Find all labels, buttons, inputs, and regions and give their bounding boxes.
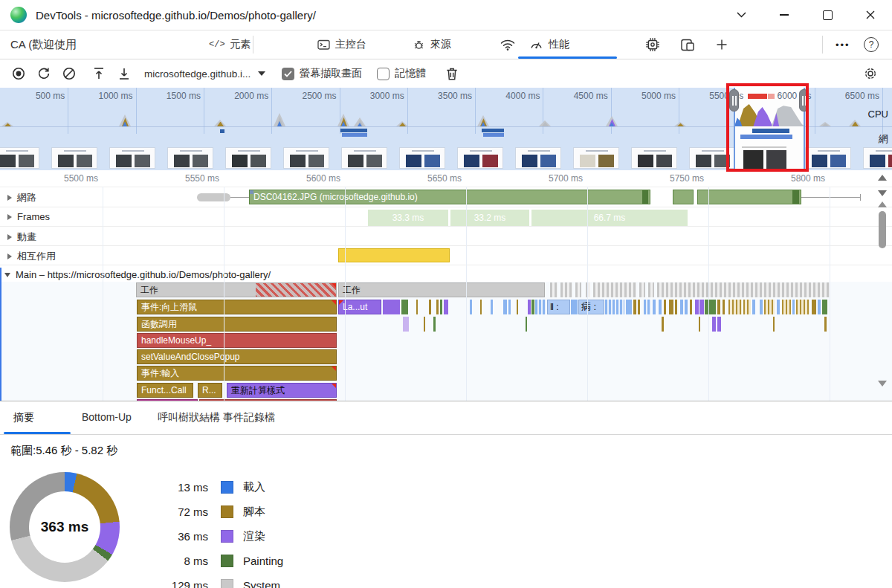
flame-segment[interactable]: [517, 300, 518, 314]
flame-segment[interactable]: [436, 300, 439, 314]
flame-segment[interactable]: [717, 317, 721, 332]
flame-bottom-red[interactable]: [199, 399, 337, 401]
flame-fragment-2[interactable]: 病 :: [578, 300, 604, 314]
flame-segment[interactable]: [664, 300, 666, 314]
flame-segment[interactable]: [560, 282, 572, 297]
scrollbar-down-arrow[interactable]: [878, 381, 887, 387]
flame-segment[interactable]: [550, 282, 558, 297]
flame-segment[interactable]: [586, 282, 590, 297]
tab-sources[interactable]: 來源: [413, 30, 451, 59]
flame-segment[interactable]: [444, 300, 448, 314]
filmstrip-frame[interactable]: [0, 147, 39, 169]
flame-segment[interactable]: [535, 300, 546, 314]
flame-segment[interactable]: [777, 300, 780, 314]
scrollbar-thumb[interactable]: [879, 211, 886, 248]
flame-segment[interactable]: [675, 300, 677, 314]
filmstrip-frame[interactable]: [51, 147, 97, 169]
flame-segment[interactable]: [433, 317, 436, 332]
flame-task[interactable]: 工作: [136, 282, 337, 297]
flame-segment[interactable]: [639, 282, 645, 297]
flame-segment[interactable]: [764, 300, 775, 314]
row-animation[interactable]: 動畫: [0, 230, 36, 244]
flame-segment[interactable]: [699, 300, 704, 314]
flame-segment[interactable]: [812, 300, 816, 314]
flame-segment[interactable]: [531, 300, 534, 314]
flame-segment[interactable]: [503, 300, 507, 314]
flame-segment[interactable]: [440, 300, 442, 314]
flame-segment[interactable]: [383, 300, 400, 314]
dock-chevron-button[interactable]: [720, 0, 763, 30]
machine-button[interactable]: [645, 30, 660, 59]
tab-console[interactable]: 主控台: [317, 30, 366, 59]
frame-bar[interactable]: 66.7 ms: [531, 210, 688, 226]
save-profile-button[interactable]: [112, 62, 137, 85]
flame-segment[interactable]: [752, 300, 755, 314]
tab-call-tree[interactable]: 呼叫樹狀結構: [158, 411, 220, 424]
flame-segment[interactable]: [429, 300, 431, 314]
load-profile-button[interactable]: [86, 62, 112, 85]
flame-segment[interactable]: [760, 300, 763, 314]
flame-segment[interactable]: [712, 317, 716, 332]
flame-segment[interactable]: [653, 300, 656, 314]
flame-segment[interactable]: [782, 300, 791, 314]
frame-bar[interactable]: 33.3 ms: [368, 210, 448, 226]
scrollbar-up-arrow[interactable]: [878, 201, 887, 207]
flame-r[interactable]: R...: [198, 383, 222, 398]
flame-segment[interactable]: [792, 300, 795, 314]
row-interaction[interactable]: 相互作用: [0, 250, 56, 263]
flame-segment[interactable]: [571, 300, 578, 314]
flame-segment[interactable]: [424, 317, 425, 332]
filmstrip-frame[interactable]: [805, 147, 851, 169]
flame-segment[interactable]: [680, 300, 683, 314]
pane-down-arrow[interactable]: [878, 190, 887, 196]
profile-select-arrow-icon[interactable]: [258, 71, 265, 76]
tab-elements[interactable]: </> 元素: [209, 30, 251, 59]
flame-segment[interactable]: [657, 282, 830, 297]
pane-up-arrow[interactable]: [878, 175, 887, 181]
flame-segment[interactable]: [403, 317, 409, 332]
flame-segment[interactable]: [401, 300, 408, 314]
filmstrip-frame[interactable]: [631, 147, 677, 169]
flame-segment[interactable]: [480, 300, 482, 314]
help-button[interactable]: ?: [864, 30, 879, 59]
flame-segment[interactable]: [728, 300, 742, 314]
filmstrip-frame[interactable]: [109, 147, 155, 169]
interaction-bar[interactable]: [338, 248, 450, 262]
flame-segment[interactable]: [705, 300, 716, 314]
flame-segment[interactable]: [818, 300, 821, 314]
tab-summary[interactable]: 摘要: [13, 411, 34, 424]
frame-bar[interactable]: 33.2 ms: [450, 210, 529, 226]
flame-segment[interactable]: [685, 300, 688, 314]
flame-segment[interactable]: [773, 317, 775, 332]
flame-recalc-style[interactable]: 重新計算樣式: [227, 383, 337, 398]
main-track-header[interactable]: Main – https://microsoftedge.github.io/D…: [0, 269, 271, 280]
memory-checkbox[interactable]: 記憶體: [377, 67, 426, 80]
flame-segment[interactable]: [659, 300, 662, 314]
network-queue-bar[interactable]: [197, 193, 230, 201]
clear-button[interactable]: [56, 62, 82, 85]
flame-segment[interactable]: [416, 300, 418, 314]
flame-event-mouseup[interactable]: 事件:向上滑鼠: [137, 300, 337, 314]
more-tools-button[interactable]: [716, 30, 728, 59]
flame-segment[interactable]: [626, 300, 632, 314]
device-emulation-button[interactable]: [680, 30, 695, 59]
flame-segment[interactable]: [822, 300, 827, 314]
flame-funct-call[interactable]: Funct...Call: [137, 383, 193, 398]
filmstrip-frame[interactable]: [457, 147, 503, 169]
filmstrip-frame[interactable]: [341, 147, 387, 169]
flame-segment[interactable]: [575, 282, 581, 297]
flame-segment[interactable]: [824, 317, 827, 332]
flame-set-value[interactable]: setValueAndClosePopup: [137, 349, 337, 364]
flame-segment[interactable]: [717, 300, 720, 314]
filmstrip-frame[interactable]: [863, 147, 892, 169]
record-button[interactable]: [6, 62, 31, 85]
flame-segment[interactable]: [743, 300, 751, 314]
flame-handle-mouseup[interactable]: handleMouseUp_: [137, 333, 337, 348]
timeline-detail[interactable]: 網路 Frames 動畫 相互作用 DSC04162.JPG (microsof…: [0, 170, 892, 401]
network-request-bar-3[interactable]: [697, 190, 801, 204]
flame-segment[interactable]: [723, 300, 725, 314]
flame-segment[interactable]: [491, 300, 493, 314]
flame-segment[interactable]: [526, 317, 527, 332]
filmstrip-frame[interactable]: [399, 147, 445, 169]
reload-record-button[interactable]: [31, 62, 56, 85]
